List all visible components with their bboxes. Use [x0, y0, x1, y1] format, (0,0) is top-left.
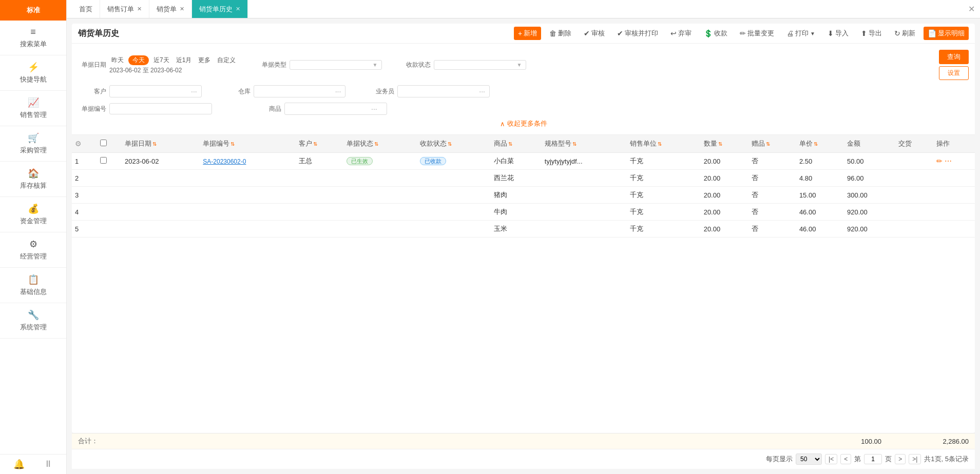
salesperson-ellipsis[interactable]: ···: [479, 87, 485, 95]
spec-sort-icon[interactable]: ⇅: [572, 141, 577, 147]
unit-sort-icon[interactable]: ⇅: [658, 141, 662, 147]
doc-type-select[interactable]: ▼: [290, 60, 382, 70]
today-shortcut[interactable]: 今天: [128, 55, 149, 65]
row-doc-status: [343, 221, 417, 238]
row-doc-no[interactable]: [200, 187, 295, 204]
row-doc-no[interactable]: SA-20230602-0: [200, 153, 295, 170]
col-goods: 商品⇅: [491, 135, 542, 153]
per-page-select[interactable]: 50 100 200: [796, 453, 822, 465]
more-shortcut[interactable]: 更多: [196, 55, 213, 65]
search-button[interactable]: 查询: [939, 50, 969, 64]
tab-sales-history[interactable]: 销货单历史 ✕: [192, 0, 248, 18]
sidebar-item-basic-info[interactable]: 📋 基础信息: [0, 268, 66, 303]
next-page-button[interactable]: >: [895, 454, 906, 464]
collect-icon: 💲: [704, 29, 713, 37]
paystatus-sort-icon[interactable]: ⇅: [448, 141, 452, 147]
delete-button[interactable]: 🗑 删除: [545, 27, 575, 40]
salesperson-input[interactable]: [402, 88, 479, 95]
sidebar-item-sys-mgmt[interactable]: 🔧 系统管理: [0, 303, 66, 339]
price-sort-icon[interactable]: ⇅: [814, 141, 818, 147]
audit-button[interactable]: ✔ 审核: [580, 27, 609, 40]
print-button[interactable]: 🖨 打印 ▼: [782, 27, 819, 40]
doc-number-input[interactable]: [109, 103, 212, 114]
customer-sort-icon[interactable]: ⇅: [313, 141, 317, 147]
new-button[interactable]: + 新增: [514, 27, 541, 40]
tab-close-sales-shipment[interactable]: ✕: [180, 6, 184, 12]
sidebar-item-sales-mgmt[interactable]: 📈 销售管理: [0, 91, 66, 126]
first-page-button[interactable]: |<: [825, 454, 837, 464]
row-doc-no[interactable]: [200, 204, 295, 221]
table-gear-icon[interactable]: ⚙: [75, 140, 82, 148]
docstatus-sort-icon[interactable]: ⇅: [374, 141, 378, 147]
row-doc-status: 已生效: [343, 153, 417, 170]
col-doc-no: 单据编号⇅: [200, 135, 295, 153]
import-button[interactable]: ⬇ 导入: [823, 27, 853, 40]
filter-customer: 客户 ···: [78, 85, 202, 97]
batch-change-button[interactable]: ✏ 批量变更: [736, 27, 778, 40]
qty-sort-icon[interactable]: ⇅: [718, 141, 722, 147]
row-qty: 20.00: [701, 153, 748, 170]
customer-input[interactable]: [114, 88, 191, 95]
goods-ellipsis[interactable]: ···: [371, 105, 377, 113]
select-all-checkbox[interactable]: [100, 140, 107, 146]
row-customer: [296, 187, 343, 204]
1month-shortcut[interactable]: 近1月: [174, 55, 194, 65]
sidebar-item-purchase-mgmt[interactable]: 🛒 采购管理: [0, 126, 66, 162]
filter-doc-type: 单据类型 ▼: [258, 60, 382, 70]
goods-input[interactable]: [289, 105, 371, 112]
custom-shortcut[interactable]: 自定义: [215, 55, 238, 65]
export-button[interactable]: ⬆ 导出: [857, 27, 886, 40]
last-page-button[interactable]: >|: [909, 454, 921, 464]
tab-home[interactable]: 首页: [72, 0, 100, 18]
audit-print-button[interactable]: ✔ 审核并打印: [613, 27, 662, 40]
warehouse-ellipsis[interactable]: ···: [335, 87, 341, 95]
goods-sort-icon[interactable]: ⇅: [508, 141, 512, 147]
docno-sort-icon[interactable]: ⇅: [230, 141, 235, 147]
page-suffix: 页: [885, 455, 892, 464]
table-row: 2西兰花千克20.00否4.8096.00: [72, 170, 975, 187]
tab-close-sales-history[interactable]: ✕: [236, 6, 240, 12]
finance-mgmt-icon: 💰: [28, 203, 39, 214]
yesterday-shortcut[interactable]: 昨天: [109, 55, 126, 65]
customer-ellipsis[interactable]: ···: [191, 87, 197, 95]
delete-icon: 🗑: [549, 29, 556, 37]
sidebar-item-operations-mgmt[interactable]: ⚙ 经营管理: [0, 232, 66, 268]
gift-sort-icon[interactable]: ⇅: [766, 141, 770, 147]
col-gear[interactable]: ⚙: [72, 135, 97, 153]
row-gift: 否: [748, 170, 796, 187]
sidebar-item-quick-nav[interactable]: ⚡ 快捷导航: [0, 55, 66, 91]
collapse-button[interactable]: ∧ 收起更多条件: [78, 119, 969, 128]
row-doc-no[interactable]: [200, 221, 295, 238]
sidebar-item-inventory[interactable]: 🏠 库存核算: [0, 162, 66, 197]
row-trade: [895, 221, 933, 238]
close-all-tabs-button[interactable]: ✕: [968, 4, 975, 14]
setting-button[interactable]: 设置: [939, 66, 969, 80]
import-icon: ⬇: [828, 29, 834, 37]
doc-no-link[interactable]: SA-20230602-0: [203, 158, 246, 165]
edit-action-icon[interactable]: ✏: [936, 157, 943, 165]
data-table: ⚙ 单据日期⇅ 单据编号⇅ 客户⇅ 单据状态⇅ 收款状态⇅ 商品⇅ 规格型号⇅ …: [72, 135, 975, 238]
date-sort-icon[interactable]: ⇅: [152, 141, 157, 147]
tab-sales-order[interactable]: 销售订单 ✕: [100, 0, 149, 18]
tab-close-sales-order[interactable]: ✕: [137, 6, 142, 12]
pause-icon[interactable]: ⏸: [44, 459, 53, 470]
sidebar-item-finance-mgmt[interactable]: 💰 资金管理: [0, 197, 66, 232]
page-number-input[interactable]: [864, 454, 882, 464]
warehouse-input[interactable]: [258, 88, 335, 95]
tab-sales-shipment[interactable]: 销货单 ✕: [149, 0, 192, 18]
row-amount: 920.00: [844, 204, 895, 221]
abandon-button[interactable]: ↩ 弃审: [666, 27, 696, 40]
col-check[interactable]: [97, 135, 122, 153]
page-header: 销货单历史 + 新增 🗑 删除 ✔ 审核 ✔ 审核并打印: [72, 24, 975, 44]
refresh-button[interactable]: ↻ 刷新: [890, 27, 919, 40]
collect-button[interactable]: 💲 收款: [700, 27, 732, 40]
7days-shortcut[interactable]: 近7天: [151, 55, 171, 65]
row-checkbox[interactable]: [100, 157, 107, 164]
show-detail-button[interactable]: 📄 显示明细: [924, 27, 969, 40]
notification-icon[interactable]: 🔔: [13, 459, 25, 470]
sidebar-item-search-menu[interactable]: ≡ 搜索菜单: [0, 21, 66, 55]
prev-page-button[interactable]: <: [840, 454, 851, 464]
more-action-icon[interactable]: ⋯: [945, 157, 952, 165]
collection-status-select[interactable]: ▼: [434, 60, 526, 70]
row-doc-no[interactable]: [200, 170, 295, 187]
